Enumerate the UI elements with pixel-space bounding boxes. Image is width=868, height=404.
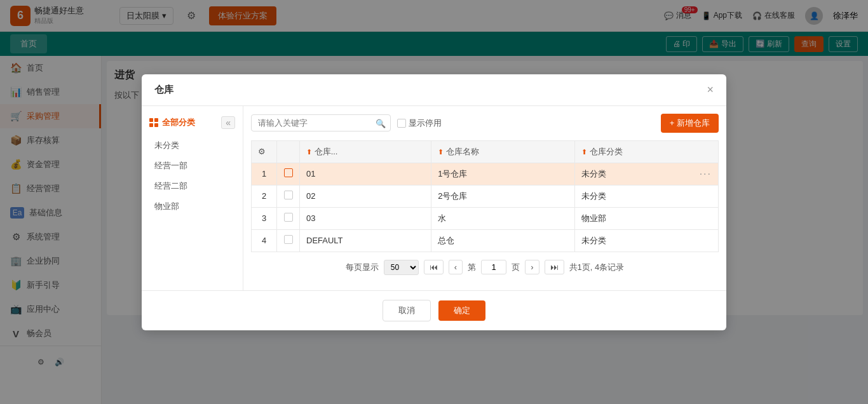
row-category: 物业部	[575, 207, 719, 229]
warehouse-dialog: 仓库 × 全部分类 «	[142, 74, 726, 330]
row-code: 03	[300, 207, 431, 229]
dialog-overlay: 仓库 × 全部分类 «	[0, 0, 868, 404]
close-icon[interactable]: ×	[707, 83, 714, 97]
dialog-body: 全部分类 « 未分类 经营一部 经营二部 物业部 🔍	[142, 106, 726, 290]
table-panel: 🔍 显示停用 + 新增仓库 ⚙ ⬆	[243, 106, 726, 290]
table-body: 1 01 1号仓库 未分类··· 2 02 2号仓库 未分类 3 03 水 物业…	[252, 163, 719, 252]
category-panel: 全部分类 « 未分类 经营一部 经营二部 物业部	[142, 106, 243, 290]
category-item-dept1[interactable]: 经营一部	[142, 156, 243, 176]
page-prefix: 第	[468, 262, 476, 273]
row-category: 未分类	[575, 229, 719, 252]
table-toolbar: 🔍 显示停用 + 新增仓库	[251, 114, 719, 133]
search-wrapper: 🔍	[251, 114, 391, 131]
next-page-btn[interactable]: ›	[525, 260, 539, 274]
th-settings: ⚙	[252, 140, 277, 163]
per-page-label: 每页显示	[346, 262, 379, 273]
category-collapse-btn[interactable]: «	[221, 116, 235, 129]
sort-icon-code: ⬆	[306, 148, 312, 156]
table-header-row: ⚙ ⬆ 仓库... ⬆ 仓库名称 ⬆	[252, 140, 719, 163]
show-disabled-toggle[interactable]: 显示停用	[397, 118, 442, 129]
row-num: 3	[252, 207, 277, 229]
dialog-title: 仓库	[154, 84, 173, 96]
row-category: 未分类···	[575, 163, 719, 185]
row-category: 未分类	[575, 185, 719, 207]
last-page-btn[interactable]: ⏭	[545, 260, 564, 274]
table-row[interactable]: 1 01 1号仓库 未分类···	[252, 163, 719, 185]
page-number-input[interactable]	[481, 260, 506, 274]
row-name: 2号仓库	[431, 185, 575, 207]
show-disabled-label: 显示停用	[409, 118, 442, 129]
sort-icon-name: ⬆	[438, 148, 444, 156]
first-page-btn[interactable]: ⏮	[424, 260, 444, 274]
row-checkbox[interactable]	[277, 229, 300, 252]
all-category-btn[interactable]: 全部分类	[149, 117, 195, 128]
table-row[interactable]: 2 02 2号仓库 未分类	[252, 185, 719, 207]
row-name: 水	[431, 207, 575, 229]
th-code: ⬆ 仓库...	[300, 140, 431, 163]
th-name: ⬆ 仓库名称	[431, 140, 575, 163]
prev-page-btn[interactable]: ‹	[449, 260, 463, 274]
dialog-header: 仓库 ×	[142, 74, 726, 106]
grid-icon	[149, 118, 158, 127]
cancel-button[interactable]: 取消	[383, 300, 431, 321]
row-num: 2	[252, 185, 277, 207]
confirm-button[interactable]: 确定	[438, 300, 485, 321]
category-item-property[interactable]: 物业部	[142, 196, 243, 217]
category-item-unclassified[interactable]: 未分类	[142, 135, 243, 156]
th-category: ⬆ 仓库分类	[575, 140, 719, 163]
row-num: 1	[252, 163, 277, 185]
per-page-select[interactable]: 50 10 20 100	[384, 260, 419, 275]
row-checkbox[interactable]	[277, 207, 300, 229]
warehouse-table: ⚙ ⬆ 仓库... ⬆ 仓库名称 ⬆	[251, 140, 719, 252]
row-code: 02	[300, 185, 431, 207]
pagination: 每页显示 50 10 20 100 ⏮ ‹ 第 页 › ⏭ 共1页, 4条记录	[251, 252, 719, 283]
row-checkbox[interactable]	[277, 185, 300, 207]
sort-icon-cat: ⬆	[581, 148, 587, 156]
table-row[interactable]: 4 DEFAULT 总仓 未分类	[252, 229, 719, 252]
add-warehouse-btn[interactable]: + 新增仓库	[661, 114, 719, 133]
row-name: 1号仓库	[431, 163, 575, 185]
th-checkbox	[277, 140, 300, 163]
page-unit: 页	[512, 262, 520, 273]
row-checkbox[interactable]	[277, 163, 300, 185]
row-code: DEFAULT	[300, 229, 431, 252]
show-disabled-checkbox[interactable]	[397, 119, 406, 128]
dialog-footer: 取消 确定	[142, 290, 726, 330]
all-category-label: 全部分类	[162, 117, 195, 128]
search-icon[interactable]: 🔍	[376, 118, 386, 128]
table-row[interactable]: 3 03 水 物业部	[252, 207, 719, 229]
row-name: 总仓	[431, 229, 575, 252]
search-input[interactable]	[251, 114, 391, 131]
row-num: 4	[252, 229, 277, 252]
category-item-dept2[interactable]: 经营二部	[142, 176, 243, 196]
total-info: 共1页, 4条记录	[569, 262, 625, 273]
row-code: 01	[300, 163, 431, 185]
category-header: 全部分类 «	[142, 112, 243, 135]
